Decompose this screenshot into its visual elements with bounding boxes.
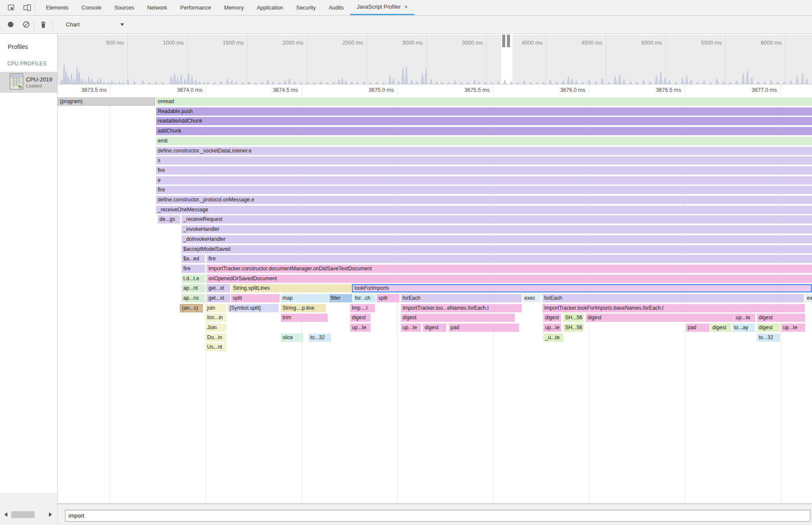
flame-bar[interactable]: Inn...in <box>205 314 226 322</box>
flame-bar[interactable]: define.constructor._socketDataListener.e <box>156 147 812 155</box>
flame-bar[interactable]: _u...te <box>543 334 563 342</box>
flame-bar[interactable]: Us...nt <box>205 343 226 351</box>
flame-bar[interactable]: fire <box>182 265 205 273</box>
flame-bar[interactable]: _receiveRequest <box>182 215 812 224</box>
flame-bar[interactable]: String....p.line <box>281 304 326 312</box>
flame-bar[interactable]: slice <box>281 334 303 342</box>
flame-bar[interactable]: up...te <box>401 324 421 332</box>
flame-bar[interactable]: ap...nt <box>182 284 205 292</box>
selection-handle-right[interactable] <box>507 35 510 47</box>
flame-bar[interactable]: t.d...t.e <box>182 275 205 283</box>
flame-bar[interactable]: emit <box>156 137 812 145</box>
tab-javascript-profiler[interactable]: JavaScript Profiler× <box>350 0 414 15</box>
flame-bar[interactable]: _doInvokeHandler <box>182 235 812 243</box>
scroll-left-icon[interactable] <box>4 512 7 517</box>
clear-button[interactable] <box>23 21 29 28</box>
scrollbar-thumb[interactable] <box>11 511 35 518</box>
flame-bar[interactable]: digest <box>543 314 561 322</box>
flame-bar[interactable]: get...xt <box>207 294 230 302</box>
flame-bar[interactable]: for...ch <box>353 294 376 302</box>
flame-bar[interactable]: trim <box>281 314 328 322</box>
tab-application[interactable]: Application <box>250 0 289 15</box>
flame-bar[interactable]: up...te <box>350 324 370 332</box>
flame-bar[interactable]: addChunk <box>156 127 812 135</box>
flame-bar[interactable]: _receiveOneMessage <box>156 206 812 214</box>
flame-bar[interactable]: ap...ns <box>182 294 205 302</box>
flame-bar[interactable]: SH...56 <box>563 314 584 322</box>
flame-bar[interactable]: ImportTracker.lookForImports.baseNames.f… <box>542 304 805 312</box>
tab-audits[interactable]: Audits <box>322 0 351 15</box>
record-button[interactable] <box>8 22 13 27</box>
flame-bar[interactable]: split <box>231 294 279 302</box>
tab-security[interactable]: Security <box>290 0 322 15</box>
flame-bar[interactable]: up...te <box>543 324 561 332</box>
flame-bar[interactable]: forEach <box>401 294 522 302</box>
tab-memory[interactable]: Memory <box>218 0 250 15</box>
tab-network[interactable]: Network <box>141 0 174 15</box>
horizontal-scrollbar[interactable] <box>0 510 57 520</box>
flame-bar[interactable]: fire <box>207 255 812 263</box>
flame-bar[interactable]: Readable.push <box>156 107 812 116</box>
tab-sources[interactable]: Sources <box>108 0 141 15</box>
flame-bar[interactable]: to...32 <box>309 334 331 342</box>
flame-bar[interactable]: forEach <box>542 294 804 302</box>
flame-bar[interactable]: e <box>156 176 812 185</box>
selection-handle-left[interactable] <box>502 35 505 47</box>
tab-label: JavaScript Profiler <box>357 4 400 10</box>
flame-bar[interactable]: digest <box>401 314 515 322</box>
flame-bar[interactable]: define.constructor._protocol.onMessage.e <box>156 196 812 204</box>
tab-console[interactable]: Console <box>75 0 108 15</box>
flame-bar[interactable]: $a...ed <box>182 255 205 263</box>
flame-bar[interactable]: ex <box>805 294 812 302</box>
flame-bar[interactable]: _invokeHandler <box>182 225 812 233</box>
flame-bar[interactable]: $acceptModelSaved <box>182 245 812 253</box>
flame-bar[interactable]: split <box>377 294 400 302</box>
flame-bar[interactable]: lookForImports <box>352 284 812 292</box>
flame-bar[interactable]: String.splitLines <box>231 284 351 292</box>
flame-bar[interactable]: readableAddChunk <box>156 117 812 125</box>
delete-profile-icon[interactable] <box>39 20 48 29</box>
view-mode-select[interactable]: Chart <box>62 19 127 31</box>
flame-bar[interactable]: up...te <box>734 314 755 322</box>
flame-bar[interactable]: digest <box>711 324 731 332</box>
flame-bar[interactable]: fire <box>156 186 812 194</box>
flame-bar[interactable]: pad <box>686 324 709 332</box>
flame-bar[interactable]: map <box>281 294 328 302</box>
flame-bar[interactable]: join <box>205 304 226 312</box>
flame-bar[interactable]: digest <box>423 324 446 332</box>
tab-elements[interactable]: Elements <box>39 0 75 15</box>
flame-bar[interactable]: fire <box>156 166 812 175</box>
flame-chart[interactable]: (program)onreadReadable.pushreadableAddC… <box>58 96 812 504</box>
flame-bar[interactable]: onread <box>156 97 812 106</box>
timeline-overview[interactable]: 500 ms1000 ms1500 ms2000 ms2500 ms3000 m… <box>58 35 812 84</box>
flame-bar[interactable]: digest <box>586 314 734 322</box>
flame-bar[interactable]: (program) <box>58 97 155 106</box>
inspect-element-icon[interactable] <box>7 3 16 13</box>
flame-bar[interactable]: Do...in <box>205 334 226 342</box>
flame-bar[interactable]: [Symbol.split] <box>228 304 279 312</box>
flame-bar[interactable]: onOpenedOrSavedDocument <box>207 275 812 283</box>
flame-bar[interactable]: Join <box>205 324 226 332</box>
close-tab-icon[interactable]: × <box>404 4 408 10</box>
flame-bar[interactable]: ImportTracker.constructor.documentManage… <box>207 265 812 273</box>
flame-bar[interactable]: digest <box>757 324 780 332</box>
search-input[interactable] <box>65 510 810 522</box>
flame-bar[interactable]: to...32 <box>757 334 780 342</box>
flame-bar[interactable]: (an...s) <box>180 304 203 312</box>
flame-bar[interactable]: digest <box>350 314 370 322</box>
flame-bar[interactable]: ImportTracker.loo...eNames.forEach.l <box>401 304 522 312</box>
flame-bar[interactable]: s <box>156 156 812 165</box>
flame-bar[interactable]: get...xt <box>207 284 230 292</box>
flame-bar[interactable]: SH...56 <box>563 324 584 332</box>
toggle-device-toolbar-icon[interactable] <box>23 3 32 13</box>
flame-bar[interactable]: filter <box>329 294 352 302</box>
flame-bar[interactable]: Imp....l <box>350 304 375 312</box>
scroll-right-icon[interactable] <box>49 512 52 517</box>
flame-bar[interactable]: pad <box>449 324 519 332</box>
flame-bar[interactable]: exec <box>523 294 541 302</box>
flame-bar[interactable]: digest <box>757 314 805 322</box>
tab-performance[interactable]: Performance <box>174 0 218 15</box>
flame-bar[interactable]: up...te <box>781 324 805 332</box>
flame-bar[interactable]: to...ay <box>732 324 755 332</box>
flame-bar[interactable]: de...gs <box>158 215 180 224</box>
